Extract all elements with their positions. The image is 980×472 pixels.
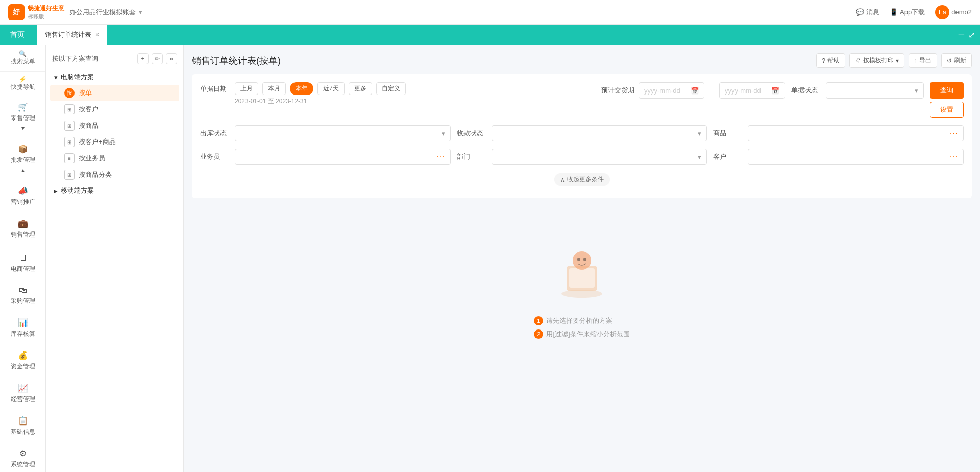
tip-num-1: 1 [534, 316, 543, 325]
customer-more-icon[interactable]: ··· [950, 152, 958, 161]
date-end-input[interactable]: yyyy-mm-dd 📅 [719, 82, 785, 99]
sidebar-item-finance[interactable]: 💰 资金管理 [0, 344, 45, 377]
edit-scheme-btn[interactable]: ✏ [152, 53, 163, 64]
filter-row-2: 出库状态 ▾ 收款状态 ▾ 商品 [200, 125, 964, 141]
sidebar-nav-label: 快捷导航 [0, 83, 45, 91]
refresh-icon: ↺ [947, 57, 952, 64]
filter-row-3: 业务员 ··· 部门 ▾ 客户 [200, 149, 964, 165]
export-icon: ↑ [914, 57, 917, 64]
date-btn-custom[interactable]: 自定义 [376, 82, 406, 95]
messages-btn[interactable]: 💬 消息 [856, 8, 879, 17]
sidebar-item-sales-label: 销售管理 [11, 230, 35, 239]
app-subtitle: 标账版 [28, 13, 64, 20]
salesman-more-icon[interactable]: ··· [436, 152, 445, 161]
salesman-input[interactable]: ··· [235, 149, 451, 165]
refresh-btn[interactable]: ↺ 刷新 [941, 53, 972, 68]
tree-group-mobile-header[interactable]: ▸ 移动端方案 [50, 183, 179, 198]
empty-tip-1: 1 请先选择要分析的方案 [534, 316, 629, 325]
sales-icon: 💼 [18, 219, 28, 228]
workspace-dropdown-icon[interactable]: ▾ [139, 8, 142, 16]
goods-input[interactable]: ··· [748, 125, 964, 141]
svg-rect-2 [569, 268, 595, 288]
payment-status-select[interactable]: ▾ [492, 125, 707, 141]
sidebar-search-btn[interactable]: 🔍 搜索菜单 [0, 45, 45, 72]
date-btn-this-month[interactable]: 本月 [262, 82, 286, 95]
date-end-placeholder: yyyy-mm-dd [725, 87, 761, 95]
tree-item-by-product[interactable]: ⊞ 按商品 [50, 117, 179, 134]
sidebar-item-operation-label: 经营管理 [11, 395, 35, 404]
tab-close-icon[interactable]: × [95, 31, 99, 38]
sidebar-quick-nav[interactable]: ⚡ 快捷导航 [0, 72, 45, 96]
sidebar-item-inventory[interactable]: 📊 库存核算 [0, 312, 45, 344]
customer-input[interactable]: ··· [748, 149, 964, 165]
collapse-row: ∧ 收起更多条件 [200, 169, 964, 190]
by-customer-icon: ⊞ [64, 104, 75, 114]
collapse-btn[interactable]: ∧ 收起更多条件 [554, 173, 610, 186]
date-btn-last-7[interactable]: 近7天 [317, 82, 345, 95]
help-btn[interactable]: ? 帮助 [816, 53, 845, 68]
dept-label: 部门 [457, 152, 487, 161]
sidebar-item-retail[interactable]: 🛒 零售管理 ▾ [0, 96, 45, 138]
add-scheme-btn[interactable]: + [137, 53, 149, 64]
refresh-label: 刷新 [954, 56, 966, 65]
sidebar-item-system[interactable]: ⚙ 系统管理 [0, 442, 45, 472]
logo-icon: 好 [8, 4, 24, 20]
search-icon: 🔍 [4, 50, 41, 57]
app-download-btn[interactable]: 📱 App下载 [890, 8, 925, 17]
tree-item-by-customer[interactable]: ⊞ 按客户 [50, 101, 179, 117]
filter-card: 单据日期 上月 本月 本年 近7天 更多 自定义 2023-01-01 至 20… [192, 74, 972, 198]
empty-tips: 1 请先选择要分析的方案 2 用[过滤]条件来缩小分析范围 [534, 316, 629, 343]
tree-item-by-category[interactable]: ⊞ 按商品分类 [50, 167, 179, 183]
date-btn-last-month[interactable]: 上月 [235, 82, 258, 95]
out-status-select[interactable]: ▾ [235, 125, 451, 141]
sidebar-item-ecommerce[interactable]: 🖥 电商管理 [0, 247, 45, 279]
sidebar-item-sales[interactable]: 💼 销售管理 [0, 213, 45, 245]
print-btn[interactable]: 🖨 按模板打印 ▾ [849, 53, 904, 68]
tree-item-by-order[interactable]: 按 按单 [50, 85, 179, 101]
tab-home[interactable]: 首页 [0, 25, 35, 45]
tree-item-by-cust-prod[interactable]: ⊞ 按客户+商品 [50, 134, 179, 150]
date-start-input[interactable]: yyyy-mm-dd 📅 [639, 82, 704, 99]
export-btn[interactable]: ↑ 导出 [909, 53, 937, 68]
by-product-icon: ⊞ [64, 121, 75, 131]
avatar: Ea [935, 5, 949, 19]
sidebar-item-retail-label: 零售管理 [11, 114, 35, 123]
left-panel: 按以下方案查询 + ✏ « ▾ 电脑端方案 按 按单 ⊞ [46, 45, 184, 472]
dept-select[interactable]: ▾ [492, 149, 707, 165]
tree-group-pc-header[interactable]: ▾ 电脑端方案 [50, 69, 179, 85]
sidebar-item-basic[interactable]: 📋 基础信息 [0, 410, 45, 442]
tree-item-by-salesman[interactable]: ≡ 按业务员 [50, 150, 179, 167]
phone-icon: 📱 [890, 8, 898, 16]
dept-section: 部门 ▾ [457, 149, 707, 165]
date-btn-this-year[interactable]: 本年 [290, 82, 313, 95]
collapse-panel-btn[interactable]: « [166, 53, 177, 64]
retail-expand-icon: ▾ [21, 125, 24, 132]
goods-more-icon[interactable]: ··· [950, 129, 958, 138]
app-download-label: App下载 [900, 8, 925, 17]
sidebar-item-inventory-label: 库存核算 [11, 329, 35, 338]
tab-expand-icon[interactable]: ⤢ [968, 30, 975, 40]
print-label: 按模板打印 [863, 56, 894, 65]
sidebar-item-operation[interactable]: 📈 经营管理 [0, 377, 45, 410]
settings-btn[interactable]: 设置 [930, 102, 964, 118]
user-area[interactable]: Ea demo2 [935, 5, 972, 19]
status-label: 单据状态 [791, 86, 822, 95]
goods-section: 商品 ··· [713, 125, 964, 141]
sidebar-item-wholesale-label: 批发管理 [11, 156, 35, 164]
salesman-label: 业务员 [200, 152, 231, 161]
status-select[interactable]: ▾ [826, 82, 924, 99]
date-btn-more[interactable]: 更多 [349, 82, 372, 95]
tab-minimize-icon[interactable]: ─ [959, 30, 964, 39]
help-label: 帮助 [827, 56, 840, 65]
tree-item-by-customer-label: 按客户 [79, 105, 99, 114]
help-icon: ? [822, 57, 825, 64]
sidebar-item-wholesale[interactable]: 📦 批发管理 ▴ [0, 138, 45, 180]
right-panel: 销售订单统计表(按单) ? 帮助 🖨 按模板打印 ▾ ↑ 导出 [184, 45, 980, 472]
date-range-text: 2023-01-01 至 2023-12-31 [235, 97, 307, 106]
sidebar-item-marketing[interactable]: 📣 营销推广 [0, 180, 45, 213]
calendar-start-icon: 📅 [691, 87, 699, 95]
sidebar-item-purchase[interactable]: 🛍 采购管理 [0, 279, 45, 312]
empty-illustration [551, 245, 612, 308]
tab-active[interactable]: 销售订单统计表 × [37, 25, 107, 45]
query-btn[interactable]: 查询 [930, 82, 964, 99]
